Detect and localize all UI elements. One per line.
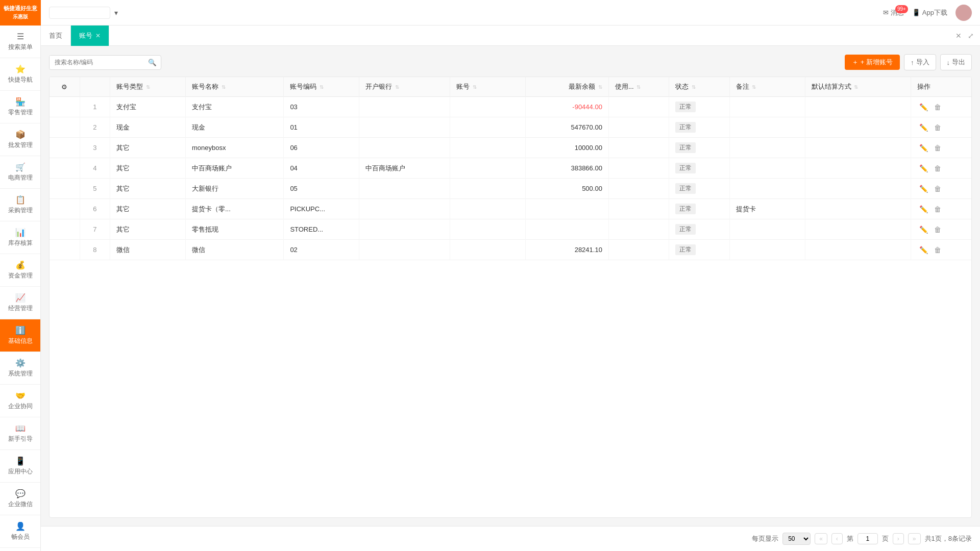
sidebar-item-retail-mgmt[interactable]: 🏪 零售管理 (0, 91, 40, 123)
member-icon: 👤 (2, 521, 38, 531)
last-page-button[interactable]: » (908, 533, 921, 544)
delete-button[interactable]: 🗑 (932, 143, 943, 153)
edit-button[interactable]: ✏️ (917, 143, 930, 153)
row-actions: ✏️ 🗑 (911, 219, 972, 240)
row-bank (359, 97, 450, 117)
status-badge: 正常 (675, 204, 696, 214)
operations-icon: 📈 (2, 293, 38, 303)
row-code: 04 (284, 158, 359, 179)
logo-text: 畅捷通好生意 (4, 5, 37, 12)
tab-bar: 首页 账号 ✕ ✕ ⤢ (41, 26, 980, 46)
search-button[interactable]: 🔍 (144, 56, 161, 69)
tab-close-button[interactable]: ✕ (95, 32, 101, 39)
status-badge: 正常 (675, 102, 696, 112)
sidebar-item-inventory[interactable]: 📊 库存核算 (0, 221, 40, 254)
sidebar-item-new-guide[interactable]: 📖 新手引导 (0, 417, 40, 450)
dropdown-button[interactable]: ▾ (114, 9, 118, 17)
status-badge: 正常 (675, 142, 696, 153)
wechat-icon: 💬 (2, 489, 38, 498)
first-page-button[interactable]: « (815, 533, 827, 544)
column-use[interactable]: 使用... ⇅ (608, 77, 669, 97)
top-search-input[interactable] (49, 7, 110, 19)
edit-button[interactable]: ✏️ (917, 204, 930, 214)
delete-button[interactable]: 🗑 (932, 163, 943, 173)
user-avatar[interactable] (955, 5, 972, 21)
column-code[interactable]: 账号编码 ⇅ (284, 77, 359, 97)
delete-button[interactable]: 🗑 (932, 122, 943, 133)
search-box: 🔍 (49, 55, 161, 70)
sort-note-icon: ⇅ (752, 84, 756, 90)
col-type-label: 账号类型 (116, 83, 143, 90)
column-note[interactable]: 备注 ⇅ (729, 77, 805, 97)
column-balance[interactable]: 最新余额 ⇅ (526, 77, 609, 97)
sidebar-item-ecommerce-mgmt[interactable]: 🛒 电商管理 (0, 156, 40, 189)
sidebar-item-member[interactable]: 👤 畅会员 (0, 515, 40, 548)
sidebar-item-operations-mgmt[interactable]: 📈 经营管理 (0, 287, 40, 319)
column-name[interactable]: 账号名称 ⇅ (185, 77, 283, 97)
delete-button[interactable]: 🗑 (932, 204, 943, 214)
column-action: 操作 (911, 77, 972, 97)
sidebar-item-purchase-mgmt[interactable]: 📋 采购管理 (0, 189, 40, 221)
message-button[interactable]: ✉ 消息 99+ (883, 8, 904, 17)
sidebar-item-system-mgmt[interactable]: ⚙️ 系统管理 (0, 352, 40, 385)
row-num: 7 (80, 219, 110, 240)
edit-button[interactable]: ✏️ (917, 163, 930, 173)
row-settings (50, 117, 80, 138)
sidebar-item-quick-nav[interactable]: ⭐ 快捷导航 (0, 58, 40, 91)
row-name: 中百商场账户 (185, 158, 283, 179)
basic-info-icon: ℹ️ (2, 325, 38, 335)
row-use (608, 97, 669, 117)
add-account-label: + 新增账号 (861, 58, 893, 67)
edit-button[interactable]: ✏️ (917, 184, 930, 194)
column-type[interactable]: 账号类型 ⇅ (110, 77, 185, 97)
enterprise-icon: 🤝 (2, 391, 38, 400)
app-download-button[interactable]: 📱 App下载 (912, 8, 947, 17)
system-icon: ⚙️ (2, 358, 38, 368)
row-use (608, 117, 669, 138)
sidebar-item-enterprise-wechat[interactable]: 💬 企业微信 (0, 483, 40, 515)
sidebar-item-label: 企业微信 (2, 500, 38, 509)
column-account[interactable]: 账号 ⇅ (450, 77, 526, 97)
row-actions: ✏️ 🗑 (911, 158, 972, 179)
edit-button[interactable]: ✏️ (917, 122, 930, 133)
column-bank[interactable]: 开户银行 ⇅ (359, 77, 450, 97)
sidebar-item-wholesale-mgmt[interactable]: 📦 批发管理 (0, 123, 40, 156)
tab-close-all-button[interactable]: ✕ (953, 30, 964, 42)
purchase-icon: 📋 (2, 195, 38, 205)
row-account (450, 158, 526, 179)
tab-account[interactable]: 账号 ✕ (71, 26, 109, 46)
search-input[interactable] (50, 56, 144, 69)
prev-page-button[interactable]: ‹ (831, 533, 843, 544)
import-button[interactable]: ↑ 导入 (904, 54, 936, 70)
sidebar-item-app-center[interactable]: 📱 应用中心 (0, 450, 40, 483)
phone-icon: 📱 (912, 9, 920, 16)
sidebar-item-label: 系统管理 (2, 369, 38, 378)
page-number-input[interactable] (857, 533, 878, 544)
col-account-label: 账号 (456, 83, 470, 90)
delete-button[interactable]: 🗑 (932, 224, 943, 235)
sidebar-item-search-menu[interactable]: ☰ 搜索菜单 (0, 26, 40, 58)
pagination: 每页显示 50 100 200 « ‹ 第 页 › » 共1页，8条记录 (41, 526, 980, 551)
tab-maximize-button[interactable]: ⤢ (966, 30, 976, 42)
column-status[interactable]: 状态 ⇅ (669, 77, 729, 97)
row-type: 其它 (110, 179, 185, 199)
sidebar-item-finance-mgmt[interactable]: 💰 资金管理 (0, 254, 40, 287)
delete-button[interactable]: 🗑 (932, 184, 943, 194)
row-bank (359, 219, 450, 240)
sidebar-item-basic-info[interactable]: ℹ️ 基础信息 (0, 319, 40, 352)
sidebar-item-enterprise-agreement[interactable]: 🤝 企业协同 (0, 385, 40, 417)
export-button[interactable]: ↓ 导出 (940, 54, 972, 70)
column-settings[interactable]: ⚙ (50, 77, 80, 97)
edit-button[interactable]: ✏️ (917, 102, 930, 112)
page-size-select[interactable]: 50 100 200 (782, 533, 811, 545)
delete-button[interactable]: 🗑 (932, 245, 943, 255)
edit-button[interactable]: ✏️ (917, 224, 930, 235)
column-default[interactable]: 默认结算方式 ⇅ (805, 77, 911, 97)
row-default (805, 179, 911, 199)
tab-home[interactable]: 首页 (41, 26, 71, 46)
add-account-button[interactable]: ＋ + 新增账号 (845, 55, 900, 70)
edit-button[interactable]: ✏️ (917, 245, 930, 255)
next-page-button[interactable]: › (893, 533, 904, 544)
delete-button[interactable]: 🗑 (932, 102, 943, 112)
table-row: 4 其它 中百商场账户 04 中百商场账户 383866.00 正常 ✏️ 🗑 (50, 158, 971, 179)
